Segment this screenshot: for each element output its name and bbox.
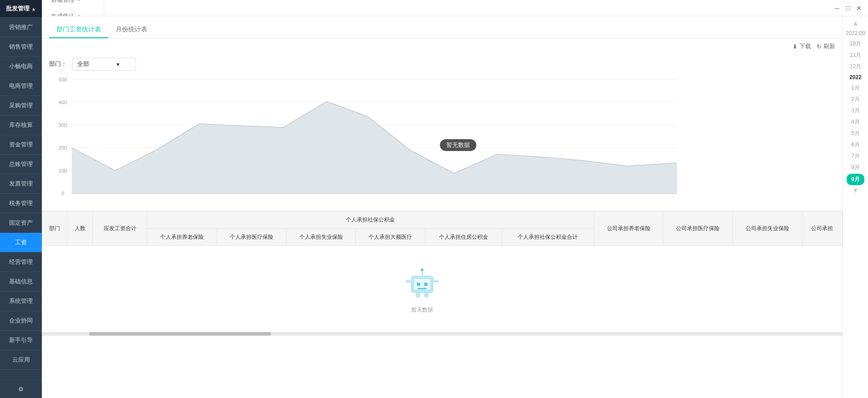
- svg-text:100: 100: [59, 168, 67, 173]
- sidebar-item-库存核算[interactable]: 库存核算: [0, 116, 42, 135]
- download-button[interactable]: ⬇ 下载: [792, 42, 811, 50]
- sidebar-title: 批发管理: [6, 5, 30, 13]
- sidebar-item-电商管理[interactable]: 电商管理: [0, 76, 42, 96]
- empty-label: 暂无数据: [411, 306, 433, 314]
- timeline-date-0[interactable]: 10月: [845, 38, 866, 50]
- timeline-down-button[interactable]: ▼: [852, 186, 859, 196]
- timeline-date-8[interactable]: 5月: [845, 128, 866, 139]
- col-company-unemployment: 公司承担失业保险: [733, 212, 802, 246]
- timeline-date-1[interactable]: 11月: [845, 50, 866, 61]
- chart-container: 500 400 300 200 100 0: [49, 74, 835, 211]
- col-department: 部门: [42, 212, 67, 246]
- scrollbar-thumb: [89, 332, 271, 336]
- sidebar: 批发管理 ▲ 营销推广销售管理小畅电商电商管理采购管理库存核算资金管理总账管理发…: [0, 0, 42, 398]
- sidebar-item-云应用[interactable]: 云应用: [0, 350, 42, 370]
- col-personal-major-medical: 个人承担大额医疗: [356, 229, 425, 246]
- window-controls: ─ □ ✕: [833, 5, 864, 12]
- download-icon: ⬇: [792, 43, 797, 50]
- timeline-date-4[interactable]: 1月: [845, 82, 866, 94]
- col-company-other: 公司承担: [802, 212, 842, 246]
- sidebar-item-基础信息[interactable]: 基础信息: [0, 272, 42, 292]
- sidebar-collapse-icon: ▲: [31, 6, 36, 11]
- col-personal-total: 个人承担社保公积金合计: [502, 229, 594, 246]
- filter-department-select[interactable]: 全部 ▾: [72, 58, 136, 71]
- timeline-date-5[interactable]: 2月: [845, 94, 866, 105]
- tab-3[interactable]: 店铺管理×: [45, 0, 104, 8]
- tab-monthly-stats[interactable]: 月份统计表: [108, 22, 155, 38]
- sidebar-item-系统管理[interactable]: 系统管理: [0, 292, 42, 311]
- timeline-date-10[interactable]: 7月: [845, 151, 866, 162]
- sidebar-item-小畅电商[interactable]: 小畅电商: [0, 57, 42, 76]
- sidebar-item-总账管理[interactable]: 总账管理: [0, 155, 42, 174]
- tab-items: 首页门店商品目录×销售单×店铺管理×生成凭证×应收应付调整单×工资表×工资统计报…: [45, 0, 104, 16]
- col-personal-group: 个人承担社保公积金: [147, 212, 594, 229]
- refresh-button[interactable]: ↻ 刷新: [817, 42, 835, 50]
- sidebar-item-营销推广[interactable]: 营销推广: [0, 18, 42, 37]
- main-content: 首页门店商品目录×销售单×店铺管理×生成凭证×应收应付调整单×工资表×工资统计报…: [42, 0, 868, 398]
- sidebar-header[interactable]: 批发管理 ▲: [0, 0, 42, 18]
- sidebar-items: 营销推广销售管理小畅电商电商管理采购管理库存核算资金管理总账管理发票管理税务管理…: [0, 18, 42, 370]
- timeline-date-7[interactable]: 4月: [845, 116, 866, 128]
- sidebar-item-采购管理[interactable]: 采购管理: [0, 96, 42, 116]
- sidebar-item-经营管理[interactable]: 经营管理: [0, 252, 42, 272]
- tab-close-3[interactable]: ×: [77, 0, 81, 3]
- table-wrapper[interactable]: 部门 人数 应发工资合计 个人承担社保公积金 公司承担养老保险 公司承担医疗保险…: [42, 211, 843, 398]
- sidebar-item-企业协同[interactable]: 企业协同: [0, 311, 42, 331]
- svg-rect-22: [424, 293, 429, 297]
- col-company-pension: 公司承担养老保险: [594, 212, 663, 246]
- timeline-header-date[interactable]: 2022.09: [845, 28, 866, 38]
- horizontal-scrollbar[interactable]: [42, 332, 843, 336]
- window-minimize-button[interactable]: ─: [833, 5, 841, 12]
- chevron-down-icon: ▾: [116, 61, 120, 68]
- svg-rect-21: [416, 293, 420, 297]
- sidebar-footer-settings[interactable]: ⚙: [0, 380, 42, 398]
- sidebar-item-发票管理[interactable]: 发票管理: [0, 174, 42, 194]
- col-personal-unemployment: 个人承担失业保险: [286, 229, 356, 246]
- data-table: 部门 人数 应发工资合计 个人承担社保公积金 公司承担养老保险 公司承担医疗保险…: [42, 211, 843, 332]
- page-content: 部门工资统计表 月份统计表 ⬇ 下载 ↻ 刷新 部门： 全部 ▾: [42, 16, 843, 398]
- col-company-medical: 公司承担医疗保险: [663, 212, 733, 246]
- svg-point-18: [421, 268, 424, 271]
- svg-rect-16: [418, 288, 427, 289]
- timeline-date-6[interactable]: 3月: [845, 105, 866, 116]
- tab-4[interactable]: 生成凭证×: [45, 8, 104, 17]
- window-close-button[interactable]: ✕: [855, 5, 863, 12]
- empty-state: 暂无数据: [42, 246, 802, 332]
- svg-text:500: 500: [59, 77, 67, 82]
- chart-tooltip: 暂无数据: [440, 139, 476, 151]
- timeline-date-3[interactable]: 2022: [845, 72, 866, 82]
- timeline-date-11[interactable]: 8月: [845, 162, 866, 173]
- download-label: 下载: [799, 42, 811, 50]
- tab-bar: 首页门店商品目录×销售单×店铺管理×生成凭证×应收应付调整单×工资表×工资统计报…: [42, 0, 868, 16]
- inner-tabs: 部门工资统计表 月份统计表: [42, 16, 843, 39]
- sidebar-item-销售管理[interactable]: 销售管理: [0, 37, 42, 57]
- chart-area: 500 400 300 200 100 0: [42, 74, 843, 211]
- sidebar-item-资金管理[interactable]: 资金管理: [0, 135, 42, 155]
- sidebar-item-新手引导[interactable]: 新手引导: [0, 331, 42, 350]
- sidebar-item-税务管理[interactable]: 税务管理: [0, 194, 42, 213]
- window-maximize-button[interactable]: □: [844, 5, 852, 12]
- sidebar-item-工资[interactable]: 工资: [0, 233, 42, 252]
- toolbar: ⬇ 下载 ↻ 刷新: [42, 39, 843, 54]
- tab-department-stats[interactable]: 部门工资统计表: [49, 22, 108, 38]
- svg-point-14: [417, 282, 420, 286]
- timeline-date-9[interactable]: 6月: [845, 139, 866, 151]
- filter-department-label: 部门：: [49, 60, 67, 68]
- col-personal-pension: 个人承担养老保险: [147, 229, 217, 246]
- col-total-salary: 应发工资合计: [92, 212, 147, 246]
- empty-icon: [404, 264, 440, 301]
- tab-close-4[interactable]: ×: [77, 13, 81, 17]
- refresh-icon: ↻: [817, 43, 822, 50]
- timeline-date-12[interactable]: 9月: [847, 174, 864, 185]
- sidebar-item-固定资产[interactable]: 固定资产: [0, 213, 42, 233]
- svg-point-15: [424, 282, 428, 286]
- timeline-panel: ▲ 2022.0910月11月12月20221月2月3月4月5月6月7月8月9月…: [843, 16, 868, 398]
- timeline-up-button[interactable]: ▲: [852, 18, 859, 28]
- timeline-date-2[interactable]: 12月: [845, 61, 866, 72]
- timeline-dates: 2022.0910月11月12月20221月2月3月4月5月6月7月8月9月: [845, 28, 866, 186]
- refresh-label: 刷新: [823, 42, 835, 50]
- svg-text:300: 300: [59, 122, 67, 128]
- col-personal-housing: 个人承担住房公积金: [425, 229, 502, 246]
- col-personal-medical: 个人承担医疗保险: [217, 229, 286, 246]
- svg-text:200: 200: [59, 145, 67, 151]
